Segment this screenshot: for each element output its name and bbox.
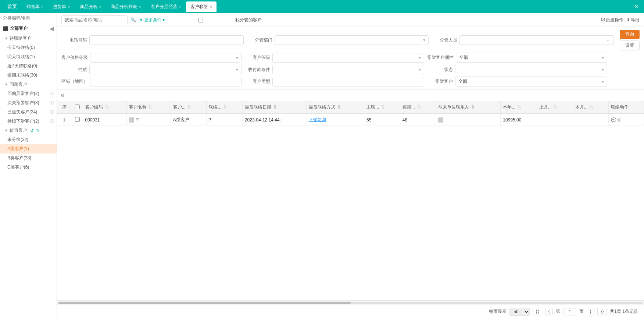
refresh-icon[interactable]: ↺ (30, 128, 34, 133)
close-icon[interactable]: × (41, 4, 43, 9)
table-settings-icon[interactable]: ⚙ (60, 92, 65, 99)
customer-level-select[interactable]: ▾ (272, 53, 425, 63)
sidebar-item-class-c[interactable]: C类客户(6) (0, 163, 57, 172)
nav-tab-customer-tier[interactable]: 客户分层经营 × (146, 1, 185, 12)
last-page-button[interactable]: ⟩⟩ (597, 308, 607, 315)
sort-icon: ⇅ (417, 105, 421, 110)
customer-type-input[interactable] (272, 77, 425, 86)
dots-icon[interactable]: ··· (235, 79, 238, 84)
sidebar-item-class-b[interactable]: B类客户(33) (0, 153, 57, 163)
window-close-button[interactable]: × (632, 3, 641, 10)
col-header-year-amount[interactable]: 本年... ⇅ (501, 101, 537, 114)
cell-check[interactable] (72, 114, 83, 126)
sidebar-item-churned[interactable]: 已流失客户(24) ⓘ (0, 107, 57, 117)
close-icon[interactable]: × (179, 4, 181, 9)
col-header-this-month[interactable]: 本月... ⇅ (573, 101, 609, 114)
col-header-overdue[interactable]: 逾期... ⇅ (400, 101, 436, 114)
sidebar-item-today-contact[interactable]: 今天待联络(0) (0, 43, 57, 52)
sidebar-item-declining[interactable]: 持续下滑客户(2) ⓘ (0, 117, 57, 126)
nav-tab-home[interactable]: 首页 (3, 3, 21, 10)
price-level-select[interactable]: ▾ (90, 53, 242, 63)
pagination-bar: 每页显示 50 100 200 ⟨⟨ ⟨ 第 页 ⟩ ⟩⟩ 共1页 1条记录 (57, 305, 644, 318)
col-header-uncontacted[interactable]: 未联... ⇅ (364, 101, 400, 114)
cell-last-method[interactable]: 下销货单 (306, 114, 364, 126)
col-header-name[interactable]: 客户名称 ⇅ (127, 101, 171, 114)
select-all-checkbox[interactable] (75, 105, 80, 109)
last-method-link[interactable]: 下销货单 (309, 117, 326, 122)
more-filters-button[interactable]: ▼ 更多条件 ▾ (139, 17, 165, 23)
phone-input[interactable] (89, 35, 244, 45)
person-input[interactable]: ··· (459, 35, 614, 45)
col-header-code[interactable]: 客户编码 ⇅ (83, 101, 127, 114)
sidebar-item-repurchase-abnormal[interactable]: 回购异常客户(2) ⓘ (0, 89, 57, 98)
prev-page-button[interactable]: ⟨ (545, 308, 553, 315)
row-checkbox[interactable] (75, 117, 80, 122)
person-label: 分管人员 (432, 37, 457, 43)
col-header-type[interactable]: 客户... ⇅ (171, 101, 207, 114)
col-header-contact-num[interactable]: 联络... ⇅ (207, 101, 243, 114)
region-input[interactable]: ··· (90, 77, 242, 86)
my-customers-checkbox[interactable] (168, 18, 234, 22)
nature-select[interactable]: ▾ (89, 65, 242, 74)
payment-select[interactable]: ▾ (272, 65, 425, 74)
collapse-icon[interactable]: ◀ (50, 26, 54, 32)
sidebar-item-class-a[interactable]: A类客户(1) (0, 144, 57, 153)
nav-tab-product-analysis-list[interactable]: 商品分析列表 × (106, 1, 145, 12)
sidebar-group-problem[interactable]: ▼ 问题客户 (0, 80, 57, 89)
retail-attr-select[interactable]: 全部▾ (456, 53, 607, 63)
page-label: 第 (556, 308, 560, 315)
col-header-last-method[interactable]: 最后联络方式 ⇅ (306, 101, 364, 114)
grid-icon[interactable]: ⊞ (618, 117, 622, 123)
sidebar-item-unclassified[interactable]: 未分组(32) (0, 135, 57, 144)
chevron-down-icon: ▾ (602, 67, 604, 72)
nav-tab-customer-contact[interactable]: 客户联络 × (186, 1, 216, 12)
sidebar-search-input[interactable] (3, 15, 57, 21)
settings-button[interactable]: 设置 (620, 40, 640, 50)
triangle-down-icon: ▼ (4, 36, 8, 40)
sidebar-item-churn-warning[interactable]: 流失预警客户(3) ⓘ (0, 98, 57, 107)
sidebar-item-tomorrow-contact[interactable]: 明天待联络(1) (0, 52, 57, 61)
close-icon[interactable]: × (210, 4, 212, 9)
export-button[interactable]: ⬆ 导出 (626, 17, 640, 23)
search-submit-icon[interactable]: 🔍 (130, 17, 136, 22)
col-header-contacts[interactable]: 往来单位联系人 ⇅ (436, 101, 501, 114)
dept-select[interactable]: ▾ (275, 35, 429, 45)
batch-operation-button[interactable]: ☑ 批量操作 (601, 17, 623, 23)
status-select[interactable]: ▾ (455, 65, 607, 74)
next-page-button[interactable]: ⟩ (587, 308, 594, 315)
sidebar-group-value[interactable]: ▼ 价值客户 ↺ ✎ (0, 126, 57, 135)
col-header-check[interactable] (72, 101, 83, 114)
dots-icon[interactable]: ··· (607, 38, 611, 43)
sidebar-all-customers[interactable]: ⬛ 全部客户 ◀ (0, 23, 57, 34)
page-size-select[interactable]: 50 100 200 (509, 308, 530, 316)
retail-customer-select[interactable]: 全部▾ (455, 77, 607, 86)
edit-icon[interactable]: ✎ (36, 128, 40, 133)
close-icon[interactable]: × (99, 4, 101, 9)
triangle-down-icon: ▼ (4, 82, 8, 86)
nav-tab-product-analysis[interactable]: 商品分析 × (75, 1, 105, 12)
col-header-last-date[interactable]: 最后联络日期 ⇅ (242, 101, 306, 114)
cell-action[interactable]: 💬 ⊞ (609, 114, 644, 126)
pagination-summary: 共1页 1条记录 (610, 308, 638, 315)
close-icon[interactable]: × (68, 4, 70, 9)
nav-tab-sales[interactable]: 销售单 × (22, 1, 48, 12)
scrollbar-thumb[interactable] (58, 302, 351, 304)
query-button[interactable]: 查询 (620, 30, 640, 39)
sidebar-search-bar[interactable]: 🔍 (0, 13, 57, 23)
nav-tab-purchase[interactable]: 进货单 × (49, 1, 74, 12)
page-number-input[interactable] (563, 308, 576, 315)
scrollbar-track[interactable] (58, 302, 643, 304)
sidebar-item-overdue-contact[interactable]: 逾期未联络(30) (0, 71, 57, 80)
horizontal-scrollbar[interactable] (57, 300, 644, 305)
my-customers-filter[interactable]: 我分管的客户 (168, 17, 262, 23)
col-header-last-month[interactable]: 上月... ⇅ (537, 101, 573, 114)
sidebar-group-pending[interactable]: ▼ 待联络客户 (0, 34, 57, 43)
color-indicator (438, 117, 443, 123)
search-input[interactable] (61, 15, 128, 24)
close-icon[interactable]: × (139, 4, 141, 9)
sidebar-item-7day-contact[interactable]: 近7天待联络(0) (0, 61, 57, 71)
table-container[interactable]: 序 客户编码 ⇅ 客户名称 ⇅ 客户... ⇅ 联络... ⇅ 最后联络日期 ⇅… (57, 101, 644, 300)
chat-icon[interactable]: 💬 (611, 117, 616, 123)
first-page-button[interactable]: ⟨⟨ (533, 308, 542, 315)
action-buttons: ☑ 批量操作 ⬆ 导出 (601, 17, 640, 23)
